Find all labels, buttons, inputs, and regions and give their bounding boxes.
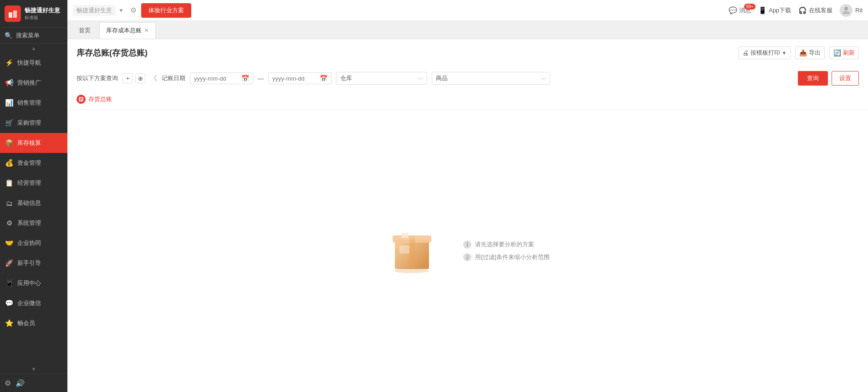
sidebar-logo: 畅捷通好生意 标准版 (0, 0, 67, 28)
svg-rect-0 (9, 12, 12, 18)
empty-row: 1 请先选择要分析的方案 2 用[过滤]条件来缩小分析范围 (386, 219, 549, 283)
search-btn[interactable]: 查询 (798, 71, 828, 86)
refresh-btn[interactable]: 🔄 刷新 (829, 46, 859, 59)
sidebar-item-label: 资金管理 (17, 159, 41, 167)
sidebar-item-label: 应用中心 (17, 279, 41, 287)
warehouse-select[interactable]: 仓库 ··· (336, 72, 427, 85)
hint-num-2: 2 (463, 253, 471, 261)
hint-item-1: 1 请先选择要分析的方案 (463, 240, 549, 249)
settings-gear-icon[interactable]: ⚙ (130, 6, 137, 15)
basic-icon: 🗂 (5, 199, 14, 208)
calendar-start-icon: 📅 (241, 75, 249, 82)
page-actions: 🖨 按模板打印 ▼ 📤 导出 🔄 刷新 (738, 46, 859, 59)
sidebar-item-basic[interactable]: 🗂 基础信息 (0, 193, 67, 213)
date-start-field[interactable] (194, 75, 240, 82)
trial-btn[interactable]: 体验行业方案 (141, 3, 191, 18)
hint-text-2: 用[过滤]条件来缩小分析范围 (475, 253, 549, 261)
sidebar-item-membership[interactable]: ⭐ 畅会员 (0, 313, 67, 333)
cooperation-icon: 🤝 (5, 239, 14, 248)
print-dropdown-icon: ▼ (782, 51, 786, 56)
print-btn[interactable]: 🖨 按模板打印 ▼ (738, 46, 791, 59)
svg-rect-10 (409, 239, 415, 269)
goods-select[interactable]: 商品 ··· (432, 72, 550, 85)
top-header: 畅捷通好生意 ▼ ⚙ 体验行业方案 💬 消息 99+ 📱 App下载 🎧 在线客… (67, 0, 868, 21)
messages-action[interactable]: 💬 消息 99+ (729, 6, 751, 15)
sidebar-item-label: 基础信息 (17, 199, 41, 207)
sidebar-scroll-up[interactable]: ▲ (0, 44, 67, 53)
tab-home[interactable]: 首页 (72, 22, 97, 39)
sidebar-item-enterprise-wechat[interactable]: 💬 企业微信 (0, 293, 67, 313)
sidebar-item-marketing[interactable]: 📢 营销推广 (0, 73, 67, 93)
schema-row: 存货总账 (77, 91, 859, 109)
user-info[interactable]: Rit (840, 4, 863, 17)
calendar-end-icon: 📅 (320, 75, 327, 82)
marketing-icon: 📢 (5, 78, 14, 87)
export-btn[interactable]: 📤 导出 (795, 46, 825, 59)
settings-icon[interactable]: ⚙ (5, 379, 11, 387)
message-icon: 💬 (729, 6, 737, 15)
audio-icon[interactable]: 🔊 (15, 379, 25, 387)
date-start-input[interactable]: 📅 (190, 72, 253, 84)
schema-item-icon (77, 95, 86, 104)
sidebar-item-operation[interactable]: 📋 经营管理 (0, 173, 67, 193)
tab-home-label: 首页 (79, 26, 91, 35)
main-area: 畅捷通好生意 ▼ ⚙ 体验行业方案 💬 消息 99+ 📱 App下载 🎧 在线客… (67, 0, 868, 392)
sidebar-search[interactable]: 🔍 搜索菜单 (0, 28, 67, 44)
sidebar-item-quick-nav[interactable]: ⚡ 快捷导航 (0, 53, 67, 73)
tab-bar: 首页 库存成本总账 ✕ (67, 21, 868, 39)
tab-inventory-ledger-label: 库存成本总账 (106, 26, 142, 35)
app-download-label: App下载 (769, 6, 791, 15)
sidebar-item-cooperation[interactable]: 🤝 企业协同 (0, 233, 67, 253)
svg-rect-11 (409, 235, 415, 243)
date-dash: — (258, 75, 264, 82)
sidebar-item-app-center[interactable]: 📱 应用中心 (0, 273, 67, 293)
membership-icon: ⭐ (5, 319, 14, 328)
warehouse-more-icon: ··· (418, 75, 423, 82)
filter-add-btn[interactable]: ＋ (123, 73, 133, 83)
message-badge: 99+ (744, 4, 756, 10)
sidebar-item-label: 经营管理 (17, 179, 41, 187)
sidebar-item-inventory[interactable]: 📦 库存核算 (0, 133, 67, 153)
sidebar-item-label: 库存核算 (17, 139, 41, 147)
refresh-label: 刷新 (843, 49, 855, 57)
sidebar-item-purchase[interactable]: 🛒 采购管理 (0, 113, 67, 133)
sidebar-item-finance[interactable]: 💰 资金管理 (0, 153, 67, 173)
app-name-text: 畅捷通好生意 标准版 (25, 7, 60, 20)
filter-collapse-icon[interactable]: 《 (150, 74, 157, 83)
sidebar-item-system[interactable]: ⚙ 系统管理 (0, 213, 67, 233)
content-area: 库存总账(存货总账) 🖨 按模板打印 ▼ 📤 导出 🔄 刷新 (67, 39, 868, 392)
empty-hints: 1 请先选择要分析的方案 2 用[过滤]条件来缩小分析范围 (463, 240, 549, 261)
refresh-icon: 🔄 (833, 49, 841, 56)
sidebar-footer: ⚙ 🔊 (0, 374, 67, 392)
header-right: 💬 消息 99+ 📱 App下载 🎧 在线客服 Rit (729, 4, 863, 17)
enterprise-wechat-icon: 💬 (5, 299, 14, 308)
app-download-action[interactable]: 📱 App下载 (758, 6, 791, 15)
schema-item-inventory-ledger[interactable]: 存货总账 (77, 95, 112, 104)
tab-close-icon[interactable]: ✕ (144, 27, 149, 34)
page-header: 库存总账(存货总账) 🖨 按模板打印 ▼ 📤 导出 🔄 刷新 (67, 39, 868, 110)
system-icon: ⚙ (5, 219, 14, 228)
sidebar-scroll-down[interactable]: ▼ (0, 365, 67, 374)
settings-btn[interactable]: 设置 (832, 71, 859, 86)
breadcrumb-arrow-icon: ▼ (118, 7, 124, 14)
print-icon: 🖨 (742, 49, 749, 56)
search-menu-label: 搜索菜单 (16, 31, 40, 40)
svg-point-2 (844, 7, 848, 10)
app-logo-icon (5, 5, 21, 22)
sidebar-item-guide[interactable]: 🚀 新手引导 (0, 253, 67, 273)
sidebar: 畅捷通好生意 标准版 🔍 搜索菜单 ▲ ⚡ 快捷导航 📢 营销推广 📊 销售管理… (0, 0, 67, 392)
date-filter-label: 记账日期 (162, 74, 185, 82)
sidebar-item-sales[interactable]: 📊 销售管理 (0, 93, 67, 113)
sidebar-item-label: 畅会员 (17, 319, 35, 327)
tab-inventory-ledger[interactable]: 库存成本总账 ✕ (99, 22, 156, 39)
inventory-icon: 📦 (5, 138, 14, 148)
filter-options-btn[interactable]: ⊕ (135, 73, 145, 83)
date-end-field[interactable] (272, 75, 318, 82)
empty-state: 1 请先选择要分析的方案 2 用[过滤]条件来缩小分析范围 (67, 110, 868, 392)
svg-point-13 (394, 269, 429, 273)
online-service-action[interactable]: 🎧 在线客服 (798, 6, 832, 15)
user-name: Rit (855, 7, 863, 14)
date-end-input[interactable]: 📅 (268, 72, 332, 84)
svg-rect-14 (401, 233, 408, 238)
purchase-icon: 🛒 (5, 118, 14, 127)
